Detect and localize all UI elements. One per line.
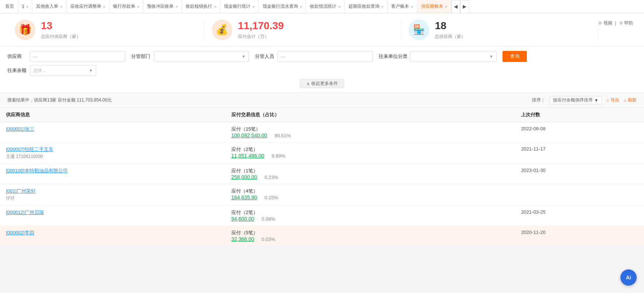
last-pay-cell-3: 2023-01-30 [515,164,644,184]
nav-tab-receive-stat[interactable]: 收款情况统计 × [306,0,344,13]
balance-text: 选择... [33,68,46,74]
nav-tab-customer-acct-label: 客户账本 [391,3,409,10]
export-button[interactable]: ○ 导出 [606,97,619,103]
total-suppliers-number: 18 [435,20,591,32]
ap-amount-2[interactable]: 11,051,486.00 [231,153,265,159]
supplier-link-2[interactable]: [000007]恒旺二手叉车 [6,146,53,152]
close-tab-prepay-write[interactable]: × [175,4,178,9]
ap-cell-5: 应付（2笔） 94,600.00 0.08% [225,206,515,226]
filter-area: 供应商 ··· 分管部门 ▼ 分管人员 ··· 往来单位分类 ▼ 查询 [0,46,644,93]
dept-label: 分管部门 [131,53,151,60]
filter-dept: 分管部门 ▼ [131,51,249,62]
ap-amount-row-1: 100,092,540.00 89.61% [231,132,510,138]
close-tab-cash-bank-flow[interactable]: × [300,4,302,9]
dept-select[interactable]: ▼ [154,51,249,62]
result-bar: 搜索结果中，供应商13家 应付金额 111,703,854.00元 排序： 按应… [0,93,644,108]
close-tab-receive-verify[interactable]: × [214,4,216,9]
nav-tab-home-label: 首页 [5,3,14,10]
ap-percent-2: 9.89% [272,153,285,159]
supplier-select[interactable]: ··· [30,51,125,62]
ap-amount-3[interactable]: 258,000.00 [231,174,257,180]
filter-supplier: 供应商 ··· [7,51,125,62]
collapse-button[interactable]: ∧ 收起更多条件 [300,79,344,88]
last-pay-date-1: 2022-08-08 [521,126,546,131]
supplier-cell-5: [000012]广州贝瑞 [0,206,225,226]
nav-tab-3[interactable]: 3 × [18,0,32,13]
supplier-link-1[interactable]: [000001]张三 [6,126,34,132]
search-button[interactable]: 查询 [503,51,527,62]
ap-percent-3: 0.23% [265,175,278,180]
supplier-sub-4: 仔仔 [6,195,220,201]
close-tab-cash-bank-stat[interactable]: × [252,4,255,9]
close-tab-customer-acct[interactable]: × [411,4,413,9]
supplier-link-6[interactable]: [000002]李四 [6,230,34,235]
dept-chevron-icon: ▼ [242,54,246,59]
close-tab-3[interactable]: × [26,4,28,9]
close-tab-bank-deposit[interactable]: × [137,4,139,9]
balance-chevron-icon: ▼ [89,68,93,73]
last-pay-cell-1: 2022-08-08 [515,122,644,142]
close-tab-supplier-acct[interactable]: × [445,4,447,9]
nav-tab-receive-stat-label: 收款情况统计 [310,3,336,10]
collapse-label: 收起更多条件 [311,80,338,87]
table-row: [000001]张三 应付（15笔） 100,092,540.00 89.61%… [0,122,644,142]
sort-select[interactable]: 按应付余额倒序排序 ▼ [550,96,602,104]
nav-tab-other-income[interactable]: 其他收入单 × [32,0,66,13]
close-tab-other-income[interactable]: × [60,4,62,9]
nav-tab-supplier-acct[interactable]: 供应商账本 × [417,0,451,13]
nav-tab-cash-bank-stat-label: 现金银行统计 [224,3,251,10]
close-tab-overdue-query[interactable]: × [381,4,384,9]
supplier-cell-2: [000007]恒旺二手叉车 王通 17106110000 [0,142,225,164]
supplier-link-5[interactable]: [000012]广州贝瑞 [6,210,44,215]
supplier-cell-6: [000002]李四 [0,226,225,246]
ap-amount-1[interactable]: 100,092,540.00 [231,132,267,138]
supplier-link-3[interactable]: [000100]本特勤油品有限公司 [6,168,68,173]
help-link[interactable]: ⊙ 帮助 [619,20,633,26]
nav-tab-prepay-write[interactable]: 预收冲应收单 × [143,0,182,13]
close-tab-ap-adjust[interactable]: × [103,4,105,9]
ap-amount-5[interactable]: 94,600.00 [231,216,254,222]
balance-select[interactable]: 选择... ▼ [30,65,96,76]
video-link[interactable]: ⊙ 视频 [598,20,612,26]
category-chevron-icon: ▼ [489,54,493,59]
filter-person: 分管人员 ··· [255,51,373,62]
nav-tab-cash-bank-flow-label: 现金银行流水查询 [263,3,298,10]
person-select[interactable]: ··· [277,51,373,62]
nav-tab-ap-adjust[interactable]: 应收应付调整单 × [67,0,109,13]
close-tab-receive-stat[interactable]: × [338,4,340,9]
last-pay-cell-2: 2021-11-17 [515,142,644,164]
ap-label-1: 应付（15笔） [231,126,510,132]
total-suppliers-label: 总供应商（家） [435,34,591,40]
nav-left-arrow[interactable]: ◀ [451,0,460,13]
last-pay-date-3: 2023-01-30 [521,168,546,173]
ap-cell-1: 应付（15笔） 100,092,540.00 89.61% [225,122,515,142]
export-label: 导出 [610,97,619,103]
sort-label: 排序： [532,97,545,103]
nav-tab-cash-bank-stat[interactable]: 现金银行统计 × [220,0,259,13]
nav-tab-home[interactable]: 首页 [1,0,18,13]
summary-card-payable-total: 💰 11,170.39 应付合计（万） [204,20,402,40]
nav-tab-cash-bank-flow[interactable]: 现金银行流水查询 × [259,0,306,13]
coins-icon: 💰 [212,20,232,40]
supplier-link-4[interactable]: [001]广州荣轩 [6,188,36,194]
nav-right-arrow[interactable]: ▶ [460,0,469,13]
ap-label-5: 应付（2笔） [231,209,510,216]
category-select[interactable]: ▼ [410,51,497,62]
table-row: [000007]恒旺二手叉车 王通 17106110000 应付（2笔） 11,… [0,142,644,164]
top-right-links: ⊙ 视频 | ⊙ 帮助 [598,17,637,26]
nav-tab-bank-deposit[interactable]: 银行存款单 × [109,0,143,13]
filter-row-2: 往来余额 选择... ▼ [7,65,637,76]
ap-amount-row-6: 32,366.00 0.03% [231,236,510,242]
ap-amount-4[interactable]: 164,635.90 [231,194,257,200]
nav-tab-receive-verify[interactable]: 收款核销执行 × [182,0,220,13]
ap-amount-6[interactable]: 32,366.00 [231,236,254,242]
nav-tab-customer-acct[interactable]: 客户账本 × [388,0,417,13]
supplier-table: 供应商信息 应付交易信息（占比） 上次付数 [000001]张三 应付（15笔）… [0,108,644,246]
supplier-cell-3: [000100]本特勤油品有限公司 [0,164,225,184]
top-navigation: 首页 3 × 其他收入单 × 应收应付调整单 × 银行存款单 × 预收冲应收单 … [0,0,644,13]
nav-tab-ap-adjust-label: 应收应付调整单 [70,3,101,10]
refresh-button[interactable]: ○ 刷新 [624,97,637,103]
payable-suppliers-info: 13 总应付供应商（家） [41,20,197,40]
payable-total-label: 应付合计（万） [238,34,394,40]
nav-tab-overdue-query[interactable]: 超期应收款查询 × [345,0,388,13]
